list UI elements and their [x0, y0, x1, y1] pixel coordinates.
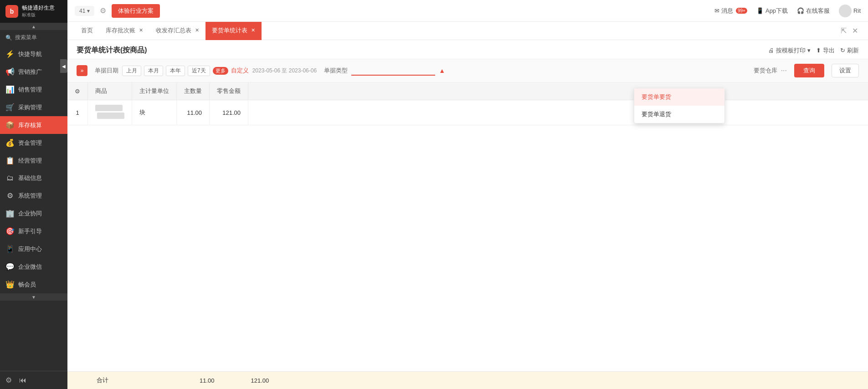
settings-icon[interactable]: ⚙ — [5, 376, 12, 384]
system-label: 系统管理 — [18, 192, 42, 200]
finance-icon: 💰 — [5, 138, 15, 147]
tab-receive-summary[interactable]: 收发存汇总表✕ — [149, 22, 205, 40]
dropdown-item-order-return[interactable]: 要货单退货 — [634, 106, 724, 123]
sidebar-search-label: 搜索菜单 — [15, 34, 37, 41]
sidebar-logo: b 畅捷通好生意 标准版 — [0, 0, 67, 23]
tab-order-summary[interactable]: 要货单统计表✕ — [205, 22, 262, 40]
content-area: 要货单统计表(按商品) 🖨 按模板打印 ▾ ⬆ 导出 ↻ 刷新 » — [67, 40, 868, 389]
trial-button[interactable]: 体验行业方案 — [112, 4, 160, 18]
custom-label[interactable]: 自定义 — [231, 67, 249, 75]
date-btn-7days[interactable]: 近7天 — [188, 66, 210, 76]
sidebar-item-wechat[interactable]: 💬 企业微信 — [0, 258, 67, 276]
sidebar-item-guide[interactable]: 🎯 新手引导 — [0, 222, 67, 240]
app-download-icon: 📱 — [756, 7, 764, 14]
type-filter-arrow[interactable]: ▲ — [439, 67, 445, 74]
sidebar-items: ⚡ 快捷导航 📢 营销推广 📊 销售管理 🛒 采购管理 📦 库存核算 💰 资金管… — [0, 45, 67, 293]
date-more-badge[interactable]: 更多 — [213, 67, 228, 75]
filter-bar: » 单据日期 上月 本月 本年 近7天 更多 自定义 2023-05-06 至 … — [67, 59, 868, 82]
sidebar-item-sales[interactable]: 📊 销售管理 — [0, 81, 67, 98]
print-icon: 🖨 — [768, 47, 774, 54]
topbar-right: ✉ 消息 99+ 📱 App下载 🎧 在线客服 Rit — [714, 5, 861, 17]
type-filter-input[interactable] — [351, 66, 435, 76]
tab-home[interactable]: 首页 — [75, 22, 99, 40]
user-avatar-item[interactable]: Rit — [839, 5, 861, 17]
sidebar-item-marketing[interactable]: 📢 营销推广 — [0, 63, 67, 81]
tab-close-all-icon[interactable]: ✕ — [849, 26, 861, 35]
topbar-gear-icon[interactable]: ⚙ — [100, 6, 106, 15]
sidebar-scroll-up[interactable]: ▲ — [0, 23, 67, 30]
query-button[interactable]: 查询 — [794, 64, 824, 77]
app-download-label: App下载 — [765, 7, 788, 15]
tab-expand-icon[interactable]: ⇱ — [838, 26, 849, 35]
tab-close-inventory-batch[interactable]: ✕ — [139, 27, 143, 33]
sidebar-collapse-btn[interactable]: ◀ — [60, 59, 67, 73]
page-actions: 🖨 按模板打印 ▾ ⬆ 导出 ↻ 刷新 — [768, 46, 859, 55]
warehouse-more-icon[interactable]: ··· — [781, 67, 787, 75]
wechat-label: 企业微信 — [18, 263, 42, 271]
sidebar-item-finance[interactable]: 💰 资金管理 — [0, 134, 67, 152]
print-arrow-icon: ▾ — [807, 47, 811, 54]
logo-sub: 标准版 — [22, 12, 55, 18]
dropdown-item-order-goods[interactable]: 要货单要货 — [634, 88, 724, 106]
date-btn-cur-year[interactable]: 本年 — [166, 66, 185, 76]
sidebar-item-purchase[interactable]: 🛒 采购管理 — [0, 98, 67, 116]
messages-icon: ✉ — [714, 7, 719, 14]
tab-close-order-summary[interactable]: ✕ — [251, 27, 255, 33]
cell-extra-0 — [248, 100, 868, 125]
appstore-label: 应用中心 — [18, 245, 42, 253]
data-table: ⚙ 商品 主计量单位 主数量 零售金额 1 块 11.00 121.00 — [67, 82, 868, 125]
messages-item[interactable]: ✉ 消息 99+ — [714, 7, 747, 15]
date-btn-prev-month[interactable]: 上月 — [122, 66, 141, 76]
col-settings[interactable]: ⚙ — [67, 82, 88, 100]
tabs-container: 首页库存批次账✕收发存汇总表✕要货单统计表✕ — [75, 22, 838, 40]
purchase-label: 采购管理 — [18, 103, 42, 112]
sidebar-item-member[interactable]: 👑 畅会员 — [0, 276, 67, 293]
enterprise-label: 企业协同 — [18, 210, 42, 218]
inventory-label: 库存核算 — [18, 121, 42, 129]
sidebar-item-system[interactable]: ⚙ 系统管理 — [0, 187, 67, 205]
sidebar-item-basic[interactable]: 🗂 基础信息 — [0, 169, 67, 187]
sidebar-item-operation[interactable]: 📋 经营管理 — [0, 152, 67, 169]
sidebar-item-enterprise[interactable]: 🏢 企业协同 — [0, 205, 67, 222]
warehouse-filter-group: 要货仓库 ··· — [754, 67, 787, 75]
guide-label: 新手引导 — [18, 227, 42, 235]
table-wrapper: ⚙ 商品 主计量单位 主数量 零售金额 1 块 11.00 121.00 — [67, 82, 868, 371]
cell-index-0: 1 — [67, 100, 88, 125]
purchase-icon: 🛒 — [5, 103, 15, 112]
wechat-icon: 💬 — [5, 262, 15, 271]
refresh-btn[interactable]: ↻ 刷新 — [840, 46, 859, 55]
workspace-selector[interactable]: 41 ▾ — [75, 6, 94, 16]
inventory-icon: 📦 — [5, 121, 15, 129]
sidebar-scroll-down[interactable]: ▼ — [0, 293, 67, 301]
sidebar-toggle-icon[interactable]: ⏮ — [19, 376, 26, 384]
main: 41 ▾ ⚙ 体验行业方案 ✉ 消息 99+ 📱 App下载 🎧 在线客服 R — [67, 0, 868, 389]
sidebar-bottom: ⚙ ⏮ — [0, 371, 67, 389]
export-btn[interactable]: ⬆ 导出 — [816, 46, 835, 55]
headset-icon: 🎧 — [797, 7, 804, 14]
marketing-label: 营销推广 — [18, 68, 42, 76]
tab-inventory-batch[interactable]: 库存批次账✕ — [99, 22, 149, 40]
online-service-label: 在线客服 — [806, 7, 830, 15]
sidebar: b 畅捷通好生意 标准版 ▲ 🔍 搜索菜单 ⚡ 快捷导航 📢 营销推广 📊 销售… — [0, 0, 67, 389]
warehouse-filter-label: 要货仓库 — [754, 67, 777, 75]
sidebar-item-inventory[interactable]: 📦 库存核算 — [0, 116, 67, 134]
basic-icon: 🗂 — [5, 174, 15, 182]
page-title: 要货单统计表(按商品) — [77, 46, 147, 55]
sidebar-item-quick-nav[interactable]: ⚡ 快捷导航 — [0, 45, 67, 63]
col-product: 商品 — [88, 82, 132, 100]
filter-expand-btn[interactable]: » — [77, 65, 87, 76]
date-btn-cur-month[interactable]: 本月 — [144, 66, 163, 76]
search-icon: 🔍 — [5, 35, 12, 41]
total-quantity: 11.00 — [200, 377, 215, 384]
sidebar-search[interactable]: 🔍 搜索菜单 — [0, 30, 67, 45]
refresh-icon: ↻ — [840, 47, 845, 54]
tab-close-receive-summary[interactable]: ✕ — [195, 27, 199, 33]
app-download-item[interactable]: 📱 App下载 — [756, 7, 788, 15]
online-service-item[interactable]: 🎧 在线客服 — [797, 7, 830, 15]
sidebar-item-appstore[interactable]: 📱 应用中心 — [0, 240, 67, 258]
user-avatar — [839, 5, 852, 17]
topbar: 41 ▾ ⚙ 体验行业方案 ✉ 消息 99+ 📱 App下载 🎧 在线客服 R — [67, 0, 868, 22]
tab-label-order-summary: 要货单统计表 — [212, 26, 247, 35]
settings-button[interactable]: 设置 — [832, 64, 859, 77]
print-template-btn[interactable]: 🖨 按模板打印 ▾ — [768, 46, 811, 55]
